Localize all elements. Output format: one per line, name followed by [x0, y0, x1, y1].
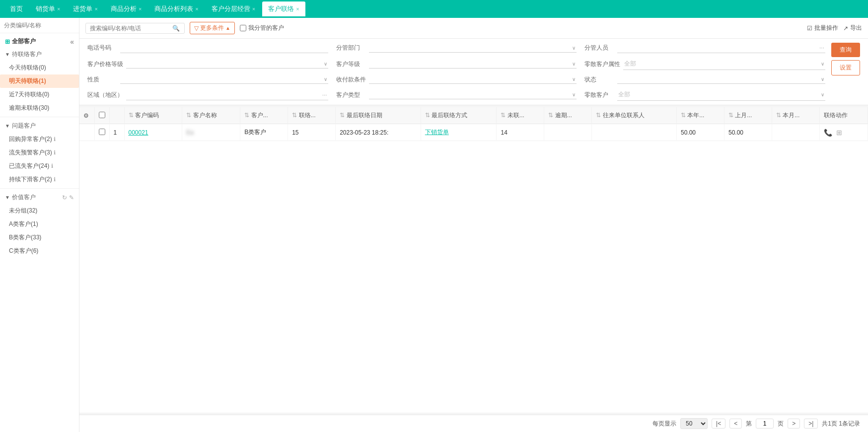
- last-contact-date: 2023-05-23 18:25:: [340, 129, 388, 136]
- filter-price-level: 客户价格等级 ∨: [87, 60, 328, 69]
- col-type: ⇅ 客户...: [240, 107, 288, 124]
- col-unit-contact: ⇅ 往来单位联系人: [592, 107, 677, 124]
- row-overdue-cell: [544, 124, 592, 141]
- grid-action-icon[interactable]: ⊞: [836, 129, 842, 137]
- total-info: 共1页 1条记录: [822, 420, 860, 428]
- row-checkbox[interactable]: [99, 129, 105, 135]
- page-number-input[interactable]: [756, 419, 774, 429]
- sidebar-search-area: 🔍: [0, 18, 79, 33]
- sidebar-item-type-a[interactable]: A类客户(1): [0, 217, 79, 231]
- sort-icon-date: ⇅: [340, 112, 345, 119]
- sidebar-item-churned[interactable]: 已流失客户(24) ℹ: [0, 159, 79, 173]
- row-last-date-cell: 2023-05-23 18:25:: [336, 124, 421, 141]
- sidebar-search-input[interactable]: [4, 22, 78, 29]
- filter-row-2: 客户价格等级 ∨ 客户等级 ∨ 零散客户属性: [87, 58, 825, 70]
- last-contact-method-link[interactable]: 下销货单: [425, 129, 449, 136]
- retail-customer-select[interactable]: 全部∨: [617, 89, 825, 101]
- refresh-icon[interactable]: ↻: [62, 194, 67, 201]
- sidebar-item-declining[interactable]: 持续下滑客户(2) ℹ: [0, 173, 79, 186]
- filter-customer-type: 客户类型 ∨: [336, 90, 577, 99]
- all-customers-header: ⊞ 全部客户 «: [0, 33, 79, 48]
- sidebar-item-abnormal[interactable]: 回购异常客户(2) ℹ: [0, 133, 79, 146]
- per-page-select[interactable]: 50 100 200: [680, 418, 708, 429]
- nav-customer-contact[interactable]: 客户联络 ×: [262, 1, 305, 16]
- nav-product-analysis[interactable]: 商品分析 ×: [105, 1, 147, 16]
- sidebar-item-overdue[interactable]: 逾期未联络(30): [0, 101, 79, 115]
- main-search-input[interactable]: [90, 25, 169, 32]
- customer-type-value: B类客户: [244, 129, 266, 136]
- first-page-btn[interactable]: |<: [712, 419, 725, 429]
- retail-attr-select[interactable]: 全部∨: [623, 58, 825, 70]
- customer-type-select[interactable]: ∨: [369, 90, 577, 99]
- query-button[interactable]: 查询: [831, 43, 860, 57]
- sidebar-item-7days[interactable]: 近7天待联络(0): [0, 88, 79, 101]
- set-button[interactable]: 设置: [831, 60, 860, 75]
- nav-sales[interactable]: 销货单 ×: [30, 1, 66, 16]
- sidebar-item-ungrouped[interactable]: 未分组(32): [0, 204, 79, 217]
- price-level-select[interactable]: ∨: [126, 60, 328, 69]
- prev-page-btn[interactable]: <: [729, 419, 742, 429]
- sidebar-item-type-c[interactable]: C类客户(6): [0, 244, 79, 258]
- filter-region: 区域（地区） ···: [87, 90, 328, 100]
- status-select[interactable]: ∨: [617, 75, 825, 84]
- select-all-checkbox[interactable]: [99, 112, 105, 118]
- edit-icon[interactable]: ✎: [69, 194, 74, 201]
- nav-product-analysis-list[interactable]: 商品分析列表 ×: [148, 1, 204, 16]
- row-code-cell: 000021: [124, 124, 182, 141]
- table-row: 1 000021 Ea B类客户 15: [79, 124, 868, 141]
- manager-dots[interactable]: ···: [617, 43, 825, 53]
- row-unit-contact-cell: [592, 124, 677, 141]
- phone-input[interactable]: [120, 43, 328, 53]
- more-conditions-btn[interactable]: ▽ 更多条件 ▲: [190, 22, 235, 34]
- export-btn[interactable]: ↗ 导出: [843, 24, 862, 32]
- close-segment-icon[interactable]: ×: [252, 6, 255, 12]
- sidebar-collapse-btn[interactable]: «: [70, 38, 74, 46]
- payment-select[interactable]: ∨: [369, 75, 577, 84]
- filter-retail-customer: 零散客户 全部∨: [584, 89, 825, 101]
- nature-select[interactable]: ∨: [120, 75, 328, 84]
- region-dots[interactable]: ···: [126, 90, 328, 100]
- customer-level-select[interactable]: ∨: [369, 60, 577, 69]
- col-settings[interactable]: ⚙: [79, 107, 94, 124]
- my-customers-check[interactable]: [240, 25, 246, 31]
- close-purchase-icon[interactable]: ×: [94, 6, 97, 12]
- filter-customer-level: 客户等级 ∨: [336, 60, 577, 69]
- row-last-method-cell: 下销货单: [421, 124, 497, 141]
- col-checkbox: [94, 107, 109, 124]
- settings-icon[interactable]: ⚙: [83, 112, 89, 119]
- dept-select[interactable]: ∨: [369, 44, 577, 53]
- customer-name: Ea: [186, 129, 194, 136]
- sidebar-group-value[interactable]: ▼ 价值客户 ↻ ✎: [0, 191, 79, 204]
- row-this-month-cell: [772, 124, 819, 141]
- bulk-ops-btn[interactable]: ☑ 批量操作: [807, 24, 838, 32]
- content-area: 🔍 ▽ 更多条件 ▲ 我分管的客户 ☑ 批量操作 ↗ 导出: [79, 18, 868, 432]
- sidebar-item-today[interactable]: 今天待联络(0): [0, 61, 79, 74]
- data-table: ⚙ ⇅ 客户编码 ⇅ 客户名称: [79, 107, 868, 141]
- filter-retail-attr: 零散客户属性 全部∨: [584, 58, 825, 70]
- filter-dept: 分管部门 ∨: [336, 44, 577, 53]
- sidebar-group-pending[interactable]: ▼ 待联络客户: [0, 48, 79, 61]
- search-icon[interactable]: 🔍: [172, 25, 180, 32]
- col-code: ⇅ 客户编码: [124, 107, 182, 124]
- phone-action-icon[interactable]: 📞: [824, 129, 832, 137]
- sidebar-item-tomorrow[interactable]: 明天待联络(1): [0, 74, 79, 88]
- not-contacted-days: 14: [501, 129, 507, 136]
- nav-customer-segment[interactable]: 客户分层经营 ×: [206, 1, 261, 16]
- sidebar-group-problem[interactable]: ▼ 问题客户: [0, 119, 79, 133]
- last-page-btn[interactable]: >|: [804, 419, 818, 429]
- row-contact-cell: 15: [288, 124, 336, 141]
- sidebar-item-churn-warning[interactable]: 流失预警客户(3) ℹ: [0, 146, 79, 159]
- next-page-btn[interactable]: >: [788, 419, 800, 429]
- sidebar-item-type-b[interactable]: B类客户(33): [0, 231, 79, 244]
- col-last-date: ⇅ 最后联络日期: [336, 107, 421, 124]
- nav-home[interactable]: 首页: [4, 1, 29, 16]
- my-customers-checkbox[interactable]: 我分管的客户: [240, 24, 284, 32]
- nav-purchase[interactable]: 进货单 ×: [67, 1, 103, 16]
- close-product-analysis-icon[interactable]: ×: [139, 6, 142, 12]
- close-product-list-icon[interactable]: ×: [195, 6, 198, 12]
- close-contact-icon[interactable]: ×: [296, 6, 299, 12]
- sort-icon-type: ⇅: [244, 112, 249, 119]
- customer-code-link[interactable]: 000021: [129, 129, 148, 136]
- filter-row-1: 电话号码 分管部门 ∨ 分管人员 ···: [87, 43, 825, 53]
- close-sales-icon[interactable]: ×: [57, 6, 60, 12]
